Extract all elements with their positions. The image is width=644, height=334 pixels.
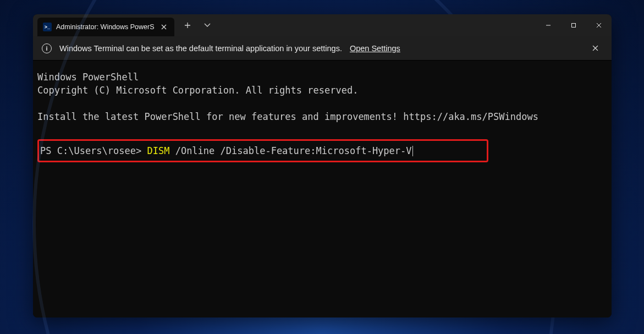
terminal-viewport[interactable]: Windows PowerShell Copyright (C) Microso…: [33, 61, 612, 317]
command-highlight-annotation: PS C:\Users\rosee> DISM /Online /Disable…: [37, 139, 488, 162]
tab-dropdown-button[interactable]: [199, 17, 216, 34]
new-tab-button[interactable]: [179, 17, 196, 34]
titlebar-drag-region[interactable]: [221, 14, 536, 36]
minimize-button[interactable]: [536, 14, 561, 36]
tab-actions: [174, 14, 221, 36]
svg-rect-0: [572, 24, 576, 28]
prompt-text: PS C:\Users\rosee>: [40, 145, 147, 156]
default-terminal-infobar: i Windows Terminal can be set as the def…: [33, 36, 612, 61]
maximize-button[interactable]: [561, 14, 586, 36]
powershell-icon: >_: [43, 23, 52, 31]
titlebar: >_ Administrator: Windows PowerS: [33, 14, 612, 36]
info-icon: i: [42, 43, 52, 53]
infobar-message: Windows Terminal can be set as the defau…: [59, 44, 342, 53]
close-button[interactable]: [586, 14, 612, 36]
command-args: /Online /Disable-Feature:Microsoft-Hyper…: [175, 145, 412, 156]
tab-strip: >_ Administrator: Windows PowerS: [33, 14, 174, 36]
command-name: DISM: [147, 145, 175, 156]
tab-close-button[interactable]: [159, 22, 169, 32]
term-line: Copyright (C) Microsoft Corporation. All…: [37, 85, 358, 96]
terminal-window: >_ Administrator: Windows PowerS: [33, 14, 612, 317]
tab-title: Administrator: Windows PowerS: [56, 23, 155, 31]
term-line: Windows PowerShell: [37, 72, 139, 83]
infobar-dismiss-button[interactable]: [587, 41, 603, 56]
text-cursor: [412, 146, 413, 156]
open-settings-link[interactable]: Open Settings: [350, 44, 400, 53]
tab-powershell[interactable]: >_ Administrator: Windows PowerS: [37, 18, 174, 36]
term-line: Install the latest PowerShell for new fe…: [37, 111, 538, 122]
window-controls: [536, 14, 612, 36]
